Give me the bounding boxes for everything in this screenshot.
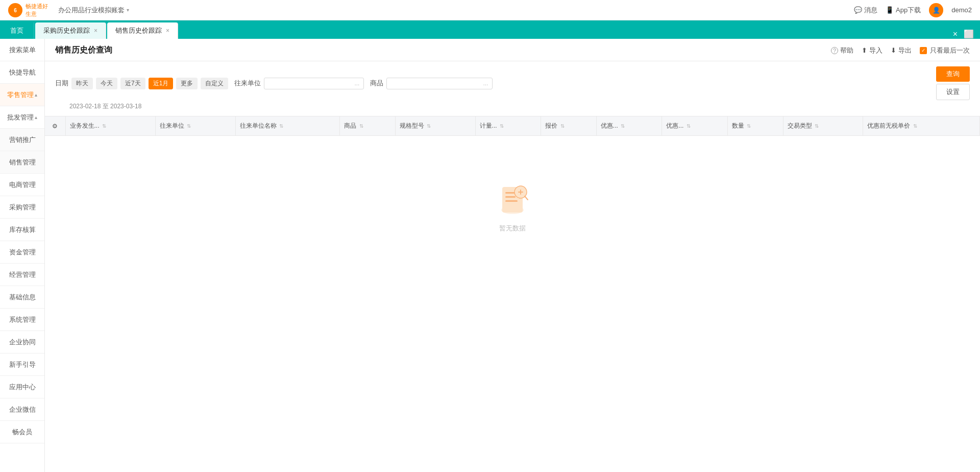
col-pretax-price[interactable]: 优惠前无税单价 ⇅ — [863, 116, 980, 136]
content-area: 销售历史价查询 ? 帮助 ⬆ 导入 ⬇ 导出 ✓ — [45, 39, 980, 472]
col-quote[interactable]: 报价 ⇅ — [541, 116, 597, 136]
window-maximize-icon[interactable]: ⬜ — [964, 29, 974, 39]
help-label: 帮助 — [840, 46, 853, 55]
date-range-display: 2023-02-18 至 2023-03-18 — [69, 102, 970, 111]
settings-button[interactable]: 设置 — [936, 84, 970, 100]
sidebar-item-ecommerce-mgmt[interactable]: 电商管理 — [0, 174, 44, 196]
export-label: 导出 — [898, 46, 912, 55]
message-button[interactable]: 💬 消息 — [854, 6, 877, 15]
col-biz-date[interactable]: 业务发生... ⇅ — [65, 116, 156, 136]
page-title-row: 销售历史价查询 ? 帮助 ⬆ 导入 ⬇ 导出 ✓ — [55, 45, 970, 56]
date-btn-more[interactable]: 更多 — [176, 78, 198, 89]
col-partner-name[interactable]: 往来单位名称 ⇅ — [235, 116, 340, 136]
col-config[interactable]: ⚙ — [45, 116, 65, 136]
sidebar-item-inventory-calc[interactable]: 库存核算 — [0, 219, 44, 241]
sidebar-item-purchase-mgmt-label: 采购管理 — [9, 203, 36, 212]
product-dots-icon[interactable]: ... — [483, 80, 488, 87]
partner-input[interactable] — [268, 80, 354, 87]
sidebar-item-basic-info-label: 基础信息 — [9, 293, 36, 302]
col-quote-label: 报价 — [545, 122, 557, 129]
tab-purchase-history-label: 采购历史价跟踪 — [43, 26, 90, 35]
sidebar-item-basic-info[interactable]: 基础信息 — [0, 286, 44, 309]
sort-arrows-quote: ⇅ — [560, 123, 565, 129]
sidebar-item-inventory-calc-label: 库存核算 — [9, 225, 36, 234]
sort-arrows-spec: ⇅ — [427, 123, 431, 129]
date-btn-last1month[interactable]: 近1月 — [149, 78, 174, 89]
product-input-wrapper: ... — [386, 78, 493, 89]
sidebar-item-capital-mgmt[interactable]: 资金管理 — [0, 241, 44, 264]
sidebar-item-retail-mgmt[interactable]: 零售管理 ▴ — [0, 84, 44, 106]
page-actions: ? 帮助 ⬆ 导入 ⬇ 导出 ✓ 只看最后一次 — [831, 46, 970, 55]
user-name: demo2 — [951, 6, 972, 14]
col-partner-name-label: 往来单位名称 — [240, 122, 277, 129]
tab-sales-history-close[interactable]: × — [166, 28, 169, 34]
logo-icon: 6 — [8, 3, 22, 17]
page-title: 销售历史价查询 — [55, 45, 112, 56]
tab-home-label: 首页 — [10, 26, 23, 35]
sort-arrows-discount2: ⇅ — [687, 123, 691, 129]
col-unit[interactable]: 计量... ⇅ — [475, 116, 541, 136]
sidebar-item-app-center[interactable]: 应用中心 — [0, 376, 44, 398]
date-btn-today[interactable]: 今天 — [96, 78, 117, 89]
app-download-button[interactable]: 📱 App下载 — [886, 6, 921, 15]
tab-bar: 首页 采购历史价跟踪 × 销售历史价跟踪 × × ⬜ — [0, 20, 980, 39]
sidebar-item-marketing-promo[interactable]: 营销推广 — [0, 129, 44, 151]
col-product[interactable]: 商品 ⇅ — [340, 116, 396, 136]
tab-bar-right: × ⬜ — [953, 29, 980, 39]
sidebar-item-wholesale-mgmt[interactable]: 批发管理 ▴ — [0, 106, 44, 129]
help-button[interactable]: ? 帮助 — [831, 46, 853, 55]
sidebar-item-capital-mgmt-label: 资金管理 — [9, 248, 36, 257]
col-discount1[interactable]: 优惠... ⇅ — [596, 116, 662, 136]
date-btn-custom[interactable]: 自定义 — [201, 78, 228, 89]
col-pretax-price-label: 优惠前无税单价 — [867, 122, 910, 129]
col-spec[interactable]: 规格型号 ⇅ — [395, 116, 475, 136]
workspace-label: 办公用品行业模拟账套 — [58, 6, 125, 15]
sidebar-item-operations-mgmt[interactable]: 经营管理 — [0, 264, 44, 286]
filter-buttons-group: 查询 设置 — [936, 66, 970, 100]
sidebar-item-enterprise-wechat[interactable]: 企业微信 — [0, 398, 44, 421]
date-btn-last7days[interactable]: 近7天 — [120, 78, 145, 89]
col-quantity-label: 数量 — [732, 122, 744, 129]
empty-text: 暂无数据 — [499, 224, 526, 233]
sidebar-item-system-mgmt[interactable]: 系统管理 — [0, 309, 44, 331]
svg-line-10 — [525, 196, 528, 200]
sidebar-item-enterprise-collab-label: 企业协同 — [9, 338, 36, 347]
sidebar-item-shortcut-nav[interactable]: 快捷导航 — [0, 61, 44, 84]
last-only-checkbox[interactable]: ✓ 只看最后一次 — [920, 46, 970, 55]
query-button[interactable]: 查询 — [936, 66, 970, 82]
product-filter-group: 商品 ... — [370, 78, 493, 89]
sidebar-item-purchase-mgmt[interactable]: 采购管理 — [0, 196, 44, 219]
svg-rect-6 — [505, 200, 518, 202]
tab-purchase-history[interactable]: 采购历史价跟踪 × — [35, 22, 106, 39]
date-filter-group: 日期 昨天 今天 近7天 近1月 更多 自定义 — [55, 78, 228, 89]
sidebar-item-search-menu-label: 搜索菜单 — [9, 45, 36, 55]
sidebar-item-enterprise-collab[interactable]: 企业协同 — [0, 331, 44, 353]
tab-sales-history[interactable]: 销售历史价跟踪 × — [107, 22, 178, 39]
avatar[interactable]: 👤 — [929, 3, 943, 17]
tab-purchase-history-close[interactable]: × — [94, 28, 97, 34]
col-partner-code[interactable]: 往来单位 ⇅ — [156, 116, 236, 136]
sidebar-item-search-menu[interactable]: 搜索菜单 — [0, 39, 44, 61]
sidebar-item-new-user-guide[interactable]: 新手引导 — [0, 353, 44, 376]
sidebar-item-member-benefit[interactable]: 畅会员 — [0, 421, 44, 443]
sidebar-item-sales-mgmt-label: 销售管理 — [9, 158, 36, 167]
logo-area[interactable]: 6 畅捷通好生意 — [8, 3, 50, 17]
col-discount2[interactable]: 优惠... ⇅ — [662, 116, 728, 136]
sort-arrows-biz-date: ⇅ — [102, 123, 106, 129]
sidebar-item-sales-mgmt[interactable]: 销售管理 — [0, 151, 44, 174]
export-button[interactable]: ⬇ 导出 — [891, 46, 912, 55]
col-spec-label: 规格型号 — [400, 122, 424, 129]
tab-home[interactable]: 首页 — [0, 22, 34, 39]
sort-arrows-trade-type: ⇅ — [815, 123, 819, 129]
product-input[interactable] — [391, 80, 483, 87]
workspace-selector[interactable]: 办公用品行业模拟账套 ▾ — [54, 6, 133, 15]
col-quantity[interactable]: 数量 ⇅ — [728, 116, 783, 136]
import-button[interactable]: ⬆ 导入 — [862, 46, 883, 55]
date-btn-yesterday[interactable]: 昨天 — [71, 78, 93, 89]
sidebar-item-enterprise-wechat-label: 企业微信 — [9, 405, 36, 414]
window-close-icon[interactable]: × — [953, 30, 958, 39]
table-container: ⚙ 业务发生... ⇅ 往来单位 ⇅ 往来单位名称 ⇅ — [45, 116, 980, 472]
partner-dots-icon[interactable]: ... — [354, 80, 359, 87]
app-download-icon: 📱 — [886, 6, 894, 14]
col-trade-type[interactable]: 交易类型 ⇅ — [783, 116, 863, 136]
